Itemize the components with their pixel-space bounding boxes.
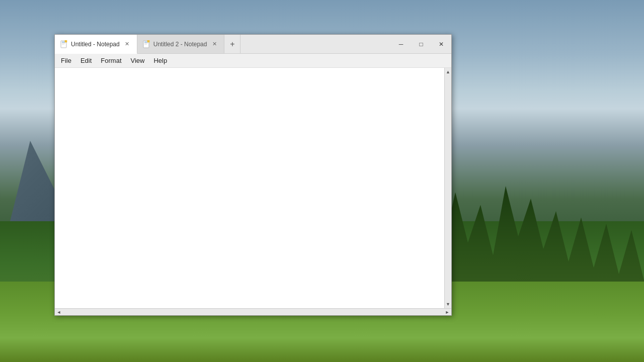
svg-rect-9: [147, 40, 149, 42]
tab-2-close-button[interactable]: ✕: [210, 40, 219, 49]
vertical-scroll-track[interactable]: [445, 76, 451, 300]
svg-rect-2: [62, 43, 65, 43]
scroll-right-arrow[interactable]: ►: [443, 309, 451, 316]
menu-file[interactable]: File: [57, 55, 75, 66]
menu-view[interactable]: View: [127, 55, 149, 66]
menu-help[interactable]: Help: [149, 55, 171, 66]
scroll-down-arrow[interactable]: ▼: [445, 300, 452, 308]
tab-2-label: Untitled 2 - Notepad: [153, 41, 207, 48]
tab-1-close-button[interactable]: ✕: [123, 40, 132, 49]
minimize-button[interactable]: ─: [391, 35, 411, 54]
window-controls: ─ □ ✕: [391, 35, 451, 53]
title-bar: Untitled - Notepad ✕ Untitled 2 - Notepa…: [55, 35, 451, 54]
scroll-up-arrow[interactable]: ▲: [445, 68, 452, 76]
svg-rect-8: [144, 44, 147, 44]
horizontal-scrollbar[interactable]: ◄ ►: [55, 308, 451, 315]
vertical-scrollbar[interactable]: ▲ ▼: [444, 68, 451, 308]
notepad-window: Untitled - Notepad ✕ Untitled 2 - Notepa…: [54, 34, 452, 316]
svg-rect-7: [144, 43, 148, 43]
menu-edit[interactable]: Edit: [76, 55, 96, 66]
menu-format[interactable]: Format: [97, 55, 125, 66]
tab-2[interactable]: Untitled 2 - Notepad ✕: [137, 35, 225, 53]
tab-1[interactable]: Untitled - Notepad ✕: [55, 35, 137, 54]
menu-bar: File Edit Format View Help: [55, 54, 451, 68]
main-text-area[interactable]: [55, 68, 451, 308]
svg-rect-4: [65, 40, 67, 42]
svg-rect-3: [62, 44, 64, 44]
maximize-button[interactable]: □: [411, 35, 431, 54]
notepad-icon-tab1: [60, 40, 68, 48]
scroll-left-arrow[interactable]: ◄: [55, 309, 63, 316]
close-button[interactable]: ✕: [431, 35, 451, 54]
tab-1-label: Untitled - Notepad: [71, 41, 120, 48]
new-tab-button[interactable]: +: [224, 35, 240, 53]
text-area-wrapper: ▲ ▼: [55, 68, 451, 308]
notepad-icon-tab2: [142, 40, 150, 48]
